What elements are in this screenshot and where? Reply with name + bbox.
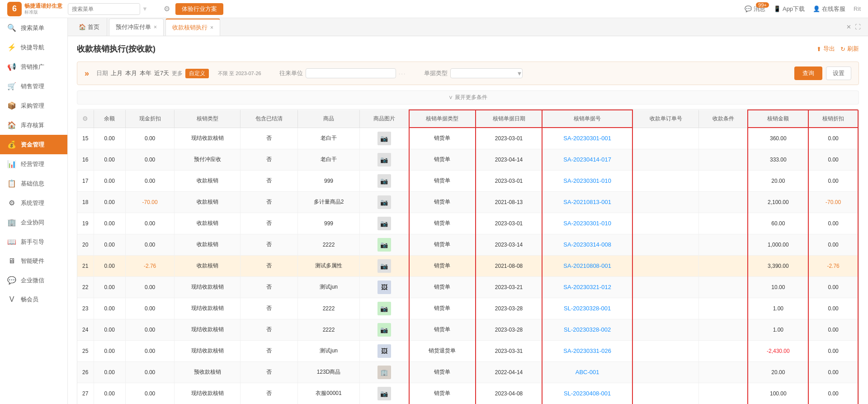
solution-button[interactable]: 体验行业方案: [175, 3, 223, 15]
date-opt-more[interactable]: 更多: [172, 70, 183, 77]
doc-no-link[interactable]: SA-20230301-010: [563, 220, 611, 227]
cell-goods: 2222: [297, 234, 359, 255]
sidebar-item-shortcut[interactable]: ⚡快捷导航: [0, 38, 67, 57]
date-opt-this-month[interactable]: 本月: [125, 69, 137, 77]
order-type-select[interactable]: [450, 68, 523, 78]
page-actions: ⬆ 导出 ↻ 刷新: [816, 45, 859, 53]
filter-toggle-button[interactable]: »: [85, 69, 89, 78]
cell-discount: 0.00: [808, 361, 858, 383]
doc-no-link[interactable]: SA-20230331-026: [563, 347, 611, 354]
sidebar-item-member[interactable]: V畅会员: [0, 290, 67, 309]
online-service-label: 在线客服: [822, 5, 845, 13]
sidebar-item-enterprise[interactable]: 🏢企业协同: [0, 213, 67, 232]
cell-doc-date: 2021-08-08: [476, 255, 542, 276]
sidebar-item-guide[interactable]: 📖新手引导: [0, 232, 67, 252]
tab-write-off[interactable]: 收款核销执行 ×: [165, 19, 220, 36]
cell-amount: 1.00: [748, 298, 808, 319]
cell-balance: 0.00: [94, 191, 126, 213]
user-name[interactable]: Rit: [854, 5, 861, 12]
filter-settings-button[interactable]: 设置: [826, 67, 851, 80]
message-badge: 99+: [756, 2, 769, 8]
th-gear[interactable]: ⚙: [77, 110, 94, 128]
doc-no-link[interactable]: SL-20230328-002: [564, 326, 611, 333]
online-service-button[interactable]: 👤 在线客服: [813, 5, 845, 13]
sidebar-item-inventory[interactable]: 🏠库存核算: [0, 115, 67, 135]
brand-name: 畅捷通谐好生意: [24, 3, 62, 9]
tab2-label: 收款核销执行: [172, 24, 208, 32]
cell-includes-cleared: 否: [240, 276, 297, 298]
cell-discount: -70.00: [808, 191, 858, 213]
cell-doc-type: 销货单: [409, 298, 476, 319]
top-search[interactable]: ▼: [68, 3, 158, 15]
logo-icon: 6: [7, 2, 22, 16]
purchase-icon: 📦: [7, 101, 16, 110]
sidebar-item-wechat[interactable]: 💬企业微信: [0, 271, 67, 290]
date-custom-button[interactable]: 自定义: [185, 69, 209, 78]
sidebar-item-marketing[interactable]: 📢营销推广: [0, 57, 67, 76]
date-filter: 日期 上月 本月 本年 近7天 更多 自定义: [96, 69, 209, 78]
doc-no-link[interactable]: SA-20210808-001: [563, 262, 611, 269]
doc-no-link[interactable]: SL-20230408-001: [564, 390, 611, 397]
cell-goods-img: 📷: [360, 255, 409, 276]
export-button[interactable]: ⬆ 导出: [816, 45, 835, 53]
cell-goods: 2222: [297, 319, 359, 340]
date-opt-this-year[interactable]: 本年: [140, 69, 151, 77]
app-download-button[interactable]: 📱 App下载: [774, 5, 805, 13]
cell-doc-date: 2023-03-28: [476, 298, 542, 319]
cell-discount: 0.00: [808, 170, 858, 191]
export-icon: ⬆: [816, 46, 821, 52]
cell-doc-no: SL-20230328-001: [542, 298, 632, 319]
table-row: 25 0.00 0.00 现结收款核销 否 测试jun 🖼 销货退货单 2023…: [77, 340, 858, 361]
refresh-button[interactable]: ↻ 刷新: [840, 45, 859, 53]
table-row: 22 0.00 0.00 现结收款核销 否 测试jun 🖼 销货单 2023-0…: [77, 276, 858, 298]
sidebar-item-smart[interactable]: 🖥智能硬件: [0, 252, 67, 271]
table-row: 26 0.00 0.00 预收款核销 否 123D商品 🏢 销货单 2022-0…: [77, 361, 858, 383]
maximize-icon[interactable]: ⛶: [855, 24, 861, 30]
doc-no-link[interactable]: SA-20230414-017: [563, 156, 611, 163]
cell-amount: 333.00: [748, 149, 808, 170]
cell-receipt-no: [632, 340, 699, 361]
sidebar-item-basic[interactable]: 📋基础信息: [0, 174, 67, 193]
doc-no-link[interactable]: ABC-001: [576, 369, 599, 375]
doc-no-link[interactable]: SA-20230321-012: [563, 284, 611, 290]
doc-no-link[interactable]: SA-20230314-008: [563, 241, 611, 248]
doc-no-link[interactable]: SA-20230301-001: [563, 135, 611, 142]
top-search-input[interactable]: [68, 3, 140, 15]
sidebar-label-smart: 智能硬件: [21, 257, 44, 265]
doc-no-link[interactable]: SA-20210813-001: [563, 199, 611, 205]
close-window-icon[interactable]: ✕: [846, 24, 851, 30]
th-doc-no: 核销单据号: [542, 110, 632, 128]
sidebar-item-system[interactable]: ⚙系统管理: [0, 193, 67, 213]
cell-id: 15: [77, 128, 94, 149]
cell-conditions: [699, 255, 748, 276]
cell-cash-discount: -70.00: [126, 191, 175, 213]
cell-doc-type: 销货单: [409, 213, 476, 234]
sidebar-item-search[interactable]: 🔍搜索菜单: [0, 18, 67, 38]
column-settings-icon[interactable]: ⚙: [82, 115, 88, 122]
tab1-close-icon[interactable]: ×: [154, 24, 157, 30]
sidebar-item-sales[interactable]: 🛒销售管理: [0, 76, 67, 96]
date-opt-7days[interactable]: 近7天: [154, 69, 169, 77]
query-button[interactable]: 查询: [794, 67, 822, 80]
expand-more-button[interactable]: ∨ 展开更多条件: [77, 90, 859, 105]
cell-write-off-type: 收款核销: [175, 255, 241, 276]
tab2-close-icon[interactable]: ×: [210, 24, 213, 31]
sidebar-item-purchase[interactable]: 📦采购管理: [0, 96, 67, 115]
cell-doc-no: SA-20230314-008: [542, 234, 632, 255]
doc-no-link[interactable]: SL-20230328-001: [564, 305, 611, 312]
from-unit-input[interactable]: [306, 68, 396, 78]
doc-no-link[interactable]: SA-20230301-010: [563, 177, 611, 184]
date-opt-last-month[interactable]: 上月: [111, 69, 123, 77]
tab-home[interactable]: 🏠 首页: [71, 18, 107, 36]
cell-write-off-type: 收款核销: [175, 234, 241, 255]
sidebar-item-finance[interactable]: 💰资金管理: [0, 135, 67, 154]
cell-amount: 100.00: [748, 383, 808, 404]
tab-advance-payment[interactable]: 预付冲应付单 ×: [109, 19, 164, 36]
settings-icon[interactable]: ⚙: [164, 5, 170, 13]
cell-id: 19: [77, 213, 94, 234]
cell-id: 26: [77, 361, 94, 383]
message-button[interactable]: 💬 消息 99+: [745, 5, 765, 13]
cell-doc-no: SA-20230301-001: [542, 128, 632, 149]
sidebar-item-business[interactable]: 📊经营管理: [0, 154, 67, 174]
topbar-right: 💬 消息 99+ 📱 App下载 👤 在线客服 Rit: [745, 5, 861, 13]
